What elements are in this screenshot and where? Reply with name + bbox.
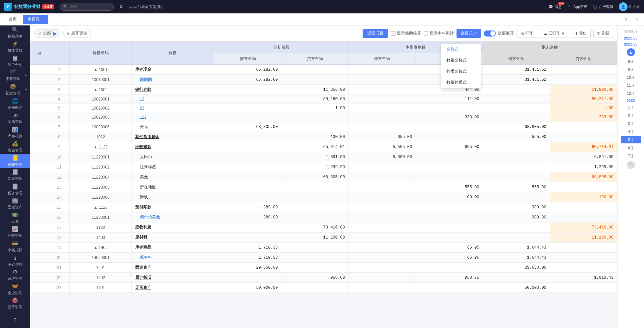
tab-close-btn[interactable]: × bbox=[42, 17, 44, 21]
row-subject-cell[interactable]: 累计折旧 bbox=[131, 273, 214, 283]
row-subject-cell[interactable]: 回回回 bbox=[131, 75, 214, 85]
settings-icon[interactable]: ⚙ bbox=[117, 3, 125, 11]
row-subject-cell[interactable]: 原材料 bbox=[131, 233, 214, 243]
online-support-btn[interactable]: 🎧 在线客服 bbox=[593, 4, 613, 9]
sidebar-settings-btn[interactable]: ⚙ bbox=[0, 311, 30, 328]
row-closing-debit-cell: 555.00 bbox=[483, 182, 550, 192]
row-subject-cell[interactable]: 122 bbox=[131, 113, 214, 122]
month-11-btn[interactable]: 11月 bbox=[621, 82, 641, 89]
row-subject-cell[interactable]: 预付账款 bbox=[131, 202, 214, 212]
row-subject-cell[interactable]: 原材料 bbox=[131, 253, 214, 263]
month-4-btn[interactable]: 4月 bbox=[621, 128, 641, 135]
demo-link[interactable]: ◎ ◎ 我要看实例演示 bbox=[128, 4, 164, 9]
sidebar-item-purchase[interactable]: 🛍 采购管理 bbox=[0, 111, 30, 125]
expand-all-toggle[interactable]: 全部展开 bbox=[484, 30, 514, 37]
amount-mode-btn[interactable]: 金额式 ∧ bbox=[457, 29, 481, 38]
month-10-btn[interactable]: 10月 bbox=[621, 74, 641, 81]
window-max-btn[interactable]: □ bbox=[633, 16, 640, 23]
window-close-btn[interactable]: × bbox=[623, 16, 630, 23]
sidebar-item-quicknav[interactable]: ⚡ 快捷导航 bbox=[0, 40, 30, 54]
month-5-btn[interactable]: 5月 bbox=[621, 136, 641, 143]
tab-balance[interactable]: 余额表 × bbox=[23, 15, 48, 24]
nav-down-btn[interactable]: ⊕ bbox=[627, 161, 635, 169]
sidebar-item-operation[interactable]: 📈 经营管理 bbox=[0, 225, 30, 240]
row-subject-cell: 游戏 bbox=[131, 192, 214, 202]
ytd-checkbox-box[interactable] bbox=[424, 31, 428, 36]
user-menu[interactable]: 👤 用户名 bbox=[619, 2, 640, 11]
month-12-btn[interactable]: 12月 bbox=[621, 90, 641, 97]
row-number-cell: 4 bbox=[49, 95, 70, 104]
dropdown-item-qty-amount[interactable]: 数量金额式 bbox=[441, 55, 481, 66]
month-9-btn[interactable]: 9月 bbox=[621, 66, 641, 73]
ytd-checkbox[interactable]: 显示本年累计 bbox=[424, 30, 454, 36]
row-number-cell: 18 bbox=[49, 233, 70, 243]
table-wrapper[interactable]: ⚙ 科目编码 科目 期初余额 本期发生额 期末余额 借方金额 贷方金额 借方金额… bbox=[30, 42, 617, 328]
assist-checkbox[interactable]: 显示辅助核算 bbox=[391, 30, 421, 36]
row-subject-cell[interactable]: 无形资产 bbox=[131, 283, 214, 293]
sidebar-item-basic[interactable]: ℹ 基础信息 bbox=[0, 254, 30, 268]
print-btn[interactable]: 🖨 打印 bbox=[517, 29, 537, 38]
chevron-down-icon: ▼ bbox=[24, 74, 28, 77]
sidebar-item-coop[interactable]: 🤝 企业协同 bbox=[0, 282, 30, 297]
refresh-btn[interactable]: ↻ 刷新 bbox=[593, 29, 613, 38]
sidebar-item-project[interactable]: 📋 项目合同 bbox=[0, 54, 30, 68]
row-subject-cell[interactable]: 固定资产 bbox=[131, 263, 214, 273]
nav-up-btn[interactable]: ▲ bbox=[627, 48, 635, 56]
sidebar-item-invoice[interactable]: 🧾 发票管理 bbox=[0, 168, 30, 182]
row-subject-cell[interactable]: 预付款美元 bbox=[131, 212, 214, 222]
sidebar-item-retail[interactable]: 🛒 零售管理 ▼ bbox=[0, 68, 30, 83]
row-settings-cell bbox=[31, 142, 49, 152]
sidebar-item-system[interactable]: ⚙ 系统管理 bbox=[0, 268, 30, 282]
sidebar-item-search[interactable]: 🔍 搜索菜单 bbox=[0, 25, 30, 40]
sidebar-item-capital[interactable]: 💰 资金管理 bbox=[0, 139, 30, 154]
row-subject-cell[interactable]: 库存现金 bbox=[131, 65, 214, 75]
row-subject-cell[interactable]: 银行存款 bbox=[131, 85, 214, 95]
sidebar-item-ecommerce[interactable]: 🌐 小畅电商 bbox=[0, 97, 30, 111]
dropdown-item-qty-foreign[interactable]: 数量外币式 bbox=[441, 77, 481, 88]
sidebar-item-sales[interactable]: 💳 小畅报销 bbox=[0, 239, 30, 254]
sidebar-item-ledger[interactable]: 📒 总账管理 bbox=[0, 154, 30, 168]
month-1-btn[interactable]: 1月 bbox=[621, 104, 641, 111]
return-old-btn[interactable]: 退回旧版 bbox=[363, 29, 388, 38]
row-subject-cell[interactable]: 库存商品 bbox=[131, 243, 214, 253]
month-7-btn[interactable]: 7月 bbox=[621, 152, 641, 159]
expand-more-btn[interactable]: ∨ 展开更多 bbox=[63, 29, 91, 38]
row-closing-credit-cell: 60,714.01 bbox=[550, 142, 617, 152]
row-settings-cell bbox=[31, 132, 49, 142]
row-subject-cell[interactable]: 12 bbox=[131, 95, 214, 104]
month-3-btn[interactable]: 3月 bbox=[621, 120, 641, 127]
month-2-btn[interactable]: 2月 bbox=[621, 112, 641, 119]
dropdown-item-amount[interactable]: 金额式 bbox=[441, 44, 481, 55]
sidebar-item-assets[interactable]: 🏢 固定资产 bbox=[0, 197, 30, 211]
search-input[interactable] bbox=[69, 5, 103, 9]
sidebar-item-inventory[interactable]: 📊 库存核算 bbox=[0, 125, 30, 140]
row-subject-cell[interactable]: 应收账款 bbox=[131, 142, 214, 152]
sidebar-item-salary[interactable]: 💵 工资 bbox=[0, 211, 30, 225]
row-current-credit-cell bbox=[416, 132, 483, 142]
row-subject-cell[interactable]: 其他货币资金 bbox=[131, 132, 214, 142]
toggle-label: 全部展开 bbox=[498, 30, 514, 36]
row-current-debit-cell bbox=[348, 104, 416, 113]
message-btn[interactable]: 💬 消息 99+ bbox=[548, 4, 562, 9]
col-settings-header[interactable]: ⚙ bbox=[31, 42, 49, 65]
cloud-print-btn[interactable]: ☁ 云打印 ∨ bbox=[540, 29, 568, 38]
sidebar-item-guide[interactable]: 🎯 新手引导 bbox=[0, 296, 30, 311]
assist-checkbox-box[interactable] bbox=[391, 31, 395, 36]
breadcrumb[interactable]: ◁ 全部 ▶ bbox=[34, 29, 60, 38]
tab-home[interactable]: 首页 bbox=[4, 15, 21, 24]
export-btn[interactable]: ⬇ 导出 bbox=[571, 29, 591, 38]
sidebar-item-tax[interactable]: 📑 税务管理 bbox=[0, 182, 30, 197]
row-subject-cell: 美元 bbox=[131, 122, 214, 132]
row-subject-cell[interactable]: 应收利息 bbox=[131, 222, 214, 233]
month-6-btn[interactable]: 6月 bbox=[621, 144, 641, 151]
app-download-btn[interactable]: 📱 App下载 bbox=[567, 4, 587, 9]
table-row: 171132应收利息73,416.0073,416.00 bbox=[31, 222, 617, 233]
row-number-cell: 16 bbox=[49, 212, 70, 222]
dropdown-item-foreign-amount[interactable]: 外币金额式 bbox=[441, 66, 481, 77]
row-subject-cell[interactable]: 23 bbox=[131, 104, 214, 113]
table-settings-icon[interactable]: ⚙ bbox=[38, 51, 42, 56]
month-8-btn[interactable]: 8月 bbox=[621, 58, 641, 65]
toggle-switch-knob[interactable] bbox=[484, 30, 496, 37]
sidebar-item-wholesale[interactable]: 📦 批发管理 ▼ bbox=[0, 82, 30, 97]
top-search-bar[interactable]: 🔍 bbox=[60, 3, 114, 11]
